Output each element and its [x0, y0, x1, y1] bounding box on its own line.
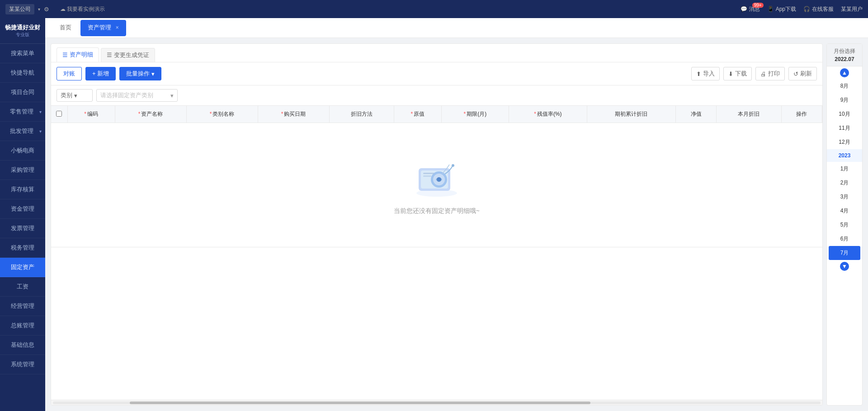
- toolbar-right: ⬆ 导入 ⬇ 下载 🖨 打印 ↺ 刷新: [691, 67, 817, 80]
- online-service-button[interactable]: 🎧 在线客服: [803, 5, 834, 13]
- assets-table: *编码 *资产名称 *类别名称 *购买日期 折旧方法 *原值 *期限(月) *残…: [51, 106, 822, 247]
- app-download-label: App下载: [776, 5, 796, 13]
- sidebar-item-quick-nav[interactable]: 快捷导航: [0, 63, 45, 83]
- col-category-name: *类别名称: [186, 106, 258, 123]
- sidebar-item-search-menu[interactable]: 搜索菜单: [0, 44, 45, 63]
- sidebar-item-payroll[interactable]: 工资: [0, 277, 45, 297]
- toolbar-left: 对账 + 新增 批量操作 ▾: [57, 67, 161, 80]
- demo-link[interactable]: ☁ 我要看实例演示: [60, 5, 105, 13]
- print-icon: 🖨: [760, 71, 766, 77]
- sidebar-item-invoice-mgmt[interactable]: 发票管理: [0, 219, 45, 238]
- table-panel: ☰ 资产明细 ☰ 变更生成凭证 对账 + 新增 批量操作: [51, 43, 823, 406]
- category-type-arrow: ▾: [74, 92, 77, 99]
- batch-button[interactable]: 批量操作 ▾: [119, 67, 161, 80]
- main-layout: 畅捷通好业财 专业版 搜索菜单 快捷导航 项目合同 零售管理 ▾ 批发管理 ▾ …: [0, 18, 868, 411]
- refresh-label: 刷新: [800, 70, 812, 78]
- month-nav-up: ▲: [827, 66, 862, 79]
- month-item-3[interactable]: 3月: [827, 190, 862, 204]
- sub-tab-asset-detail-label: 资产明细: [70, 51, 93, 59]
- col-checkbox: [51, 106, 67, 123]
- sidebar-item-basic-info[interactable]: 基础信息: [0, 335, 45, 355]
- download-label: 下载: [735, 70, 747, 78]
- message-badge: 99+: [752, 3, 764, 8]
- company-dropdown-icon[interactable]: ▾: [38, 7, 40, 12]
- app-name: 畅捷通好业财: [4, 24, 42, 32]
- month-item-8[interactable]: 8月: [827, 79, 862, 93]
- sidebar-item-batch-mgmt[interactable]: 批发管理 ▾: [0, 122, 45, 141]
- col-original-value: *原值: [394, 106, 441, 123]
- month-item-12[interactable]: 12月: [827, 135, 862, 149]
- month-item-6[interactable]: 6月: [827, 232, 862, 246]
- user-info[interactable]: 某某用户: [841, 5, 863, 13]
- app-download-button[interactable]: 📱 App下载: [767, 5, 796, 13]
- sidebar-item-purchase-mgmt[interactable]: 采购管理: [0, 161, 45, 180]
- sidebar-item-system-mgmt[interactable]: 系统管理: [0, 355, 45, 374]
- svg-point-6: [452, 164, 454, 167]
- category-placeholder: 请选择固定资产类别: [100, 91, 153, 99]
- message-button[interactable]: 💬 消息 99+: [741, 5, 760, 13]
- month-item-4[interactable]: 4月: [827, 204, 862, 218]
- month-item-2[interactable]: 2月: [827, 176, 862, 190]
- change-voucher-icon: ☰: [107, 52, 112, 58]
- svg-rect-7: [423, 173, 434, 174]
- retail-mgmt-arrow: ▾: [39, 109, 42, 114]
- col-current-depreciation: 本月折旧: [717, 106, 781, 123]
- table-header-row: *编码 *资产名称 *类别名称 *购买日期 折旧方法 *原值 *期限(月) *残…: [51, 106, 822, 123]
- table-wrapper: *编码 *资产名称 *类别名称 *购买日期 折旧方法 *原值 *期限(月) *残…: [51, 106, 822, 400]
- month-item-7[interactable]: 7月: [829, 246, 860, 260]
- tab-assets[interactable]: 资产管理 ×: [80, 20, 126, 36]
- month-next-button[interactable]: ▼: [840, 262, 849, 271]
- sub-tab-asset-detail[interactable]: ☰ 资产明细: [57, 47, 99, 62]
- sidebar-item-fund-mgmt[interactable]: 资金管理: [0, 199, 45, 219]
- bottom-scrollbar[interactable]: [51, 400, 822, 405]
- app-edition: 专业版: [4, 32, 42, 38]
- sidebar-item-retail-mgmt[interactable]: 零售管理 ▾: [0, 102, 45, 122]
- tab-assets-close[interactable]: ×: [116, 24, 119, 31]
- month-item-1[interactable]: 1月: [827, 162, 862, 176]
- month-panel: 月份选择 2022.07 ▲ 8月 9月 10月 11月 12月 2023 1月…: [826, 43, 863, 406]
- toolbar: 对账 + 新增 批量操作 ▾ ⬆ 导入 ⬇: [51, 62, 822, 85]
- settings-icon[interactable]: ⚙: [44, 6, 49, 13]
- col-action: 操作: [781, 106, 822, 123]
- col-accumulated-depreciation: 期初累计折旧: [587, 106, 675, 123]
- col-period: *期限(月): [441, 106, 509, 123]
- scrollbar-thumb[interactable]: [130, 402, 590, 404]
- match-button[interactable]: 对账: [57, 67, 82, 80]
- sidebar-item-tax-mgmt[interactable]: 税务管理: [0, 238, 45, 258]
- import-button[interactable]: ⬆ 导入: [691, 67, 720, 80]
- month-item-5[interactable]: 5月: [827, 218, 862, 232]
- month-item-9[interactable]: 9月: [827, 93, 862, 107]
- month-item-10[interactable]: 10月: [827, 107, 862, 121]
- month-prev-button[interactable]: ▲: [840, 68, 849, 77]
- category-type-filter[interactable]: 类别 ▾: [57, 89, 93, 102]
- category-value-filter[interactable]: 请选择固定资产类别 ▾: [96, 89, 178, 102]
- sidebar: 畅捷通好业财 专业版 搜索菜单 快捷导航 项目合同 零售管理 ▾ 批发管理 ▾ …: [0, 18, 45, 411]
- company-selector[interactable]: 某某公司: [5, 4, 34, 14]
- col-depreciation-method: 折旧方法: [329, 106, 394, 123]
- year-2023-label: 2023: [827, 149, 862, 162]
- online-service-label: 在线客服: [812, 5, 834, 13]
- sidebar-item-ops-mgmt[interactable]: 经营管理: [0, 297, 45, 316]
- sidebar-item-project-contract[interactable]: 项目合同: [0, 83, 45, 102]
- sidebar-item-inventory[interactable]: 库存核算: [0, 180, 45, 199]
- tab-home[interactable]: 首页: [52, 20, 79, 36]
- sub-tab-change-voucher-label: 变更生成凭证: [114, 51, 149, 59]
- batch-label: 批量操作: [126, 70, 150, 78]
- sidebar-item-general-ledger[interactable]: 总账管理: [0, 316, 45, 335]
- download-icon: ⬇: [728, 71, 733, 77]
- print-button[interactable]: 🖨 打印: [755, 67, 785, 80]
- svg-rect-8: [423, 175, 431, 177]
- sidebar-item-xiaochang-ecom[interactable]: 小畅电商: [0, 141, 45, 161]
- main-content: 首页 资产管理 × ☰ 资产明细 ☰ 变更生成凭证: [45, 18, 868, 411]
- refresh-button[interactable]: ↺ 刷新: [788, 67, 817, 80]
- download-button[interactable]: ⬇ 下载: [723, 67, 752, 80]
- batch-dropdown-icon: ▾: [151, 71, 155, 77]
- batch-mgmt-arrow: ▾: [39, 129, 42, 134]
- add-button[interactable]: + 新增: [85, 67, 116, 80]
- import-label: 导入: [703, 70, 715, 78]
- sidebar-item-fixed-assets[interactable]: 固定资产: [0, 258, 45, 277]
- sub-tab-change-voucher[interactable]: ☰ 变更生成凭证: [101, 48, 155, 62]
- select-all-checkbox[interactable]: [56, 111, 62, 117]
- month-item-11[interactable]: 11月: [827, 121, 862, 135]
- scrollbar-track[interactable]: [53, 402, 821, 404]
